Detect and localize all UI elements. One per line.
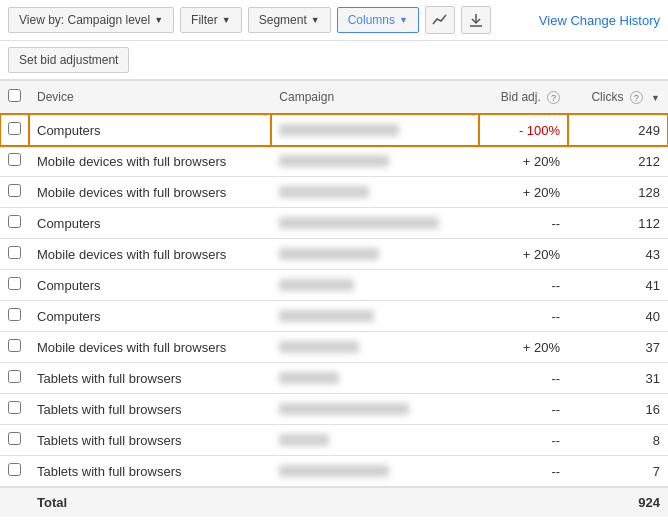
row-checkbox[interactable] [8,153,21,166]
campaign-cell [271,425,479,456]
row-checkbox[interactable] [8,184,21,197]
total-label: Total [29,487,271,517]
clicks-help-icon[interactable]: ? [630,91,643,104]
bid-adj-cell: + 20% [479,332,568,363]
campaign-cell [271,114,479,146]
table-row: Tablets with full browsers--7 [0,456,668,488]
table-row: Mobile devices with full browsers+ 20%21… [0,146,668,177]
bid-adj-cell: + 20% [479,146,568,177]
bid-adj-cell: -- [479,456,568,488]
columns-button[interactable]: Columns ▼ [337,7,419,33]
bid-adj-cell: -- [479,425,568,456]
device-cell: Computers [29,114,271,146]
clicks-cell: 128 [568,177,668,208]
chart-icon-button[interactable] [425,6,455,34]
view-by-arrow-icon: ▼ [154,15,163,25]
table-row: Mobile devices with full browsers+ 20%37 [0,332,668,363]
line-chart-icon [432,13,448,27]
segment-label: Segment [259,13,307,27]
device-header: Device [29,81,271,115]
row-checkbox-cell[interactable] [0,363,29,394]
clicks-cell: 37 [568,332,668,363]
row-checkbox[interactable] [8,370,21,383]
columns-arrow-icon: ▼ [399,15,408,25]
row-checkbox-cell[interactable] [0,114,29,146]
table-row: Tablets with full browsers--31 [0,363,668,394]
campaign-cell [271,177,479,208]
row-checkbox-cell[interactable] [0,425,29,456]
campaign-cell [271,270,479,301]
segment-button[interactable]: Segment ▼ [248,7,331,33]
clicks-sort-icon[interactable] [649,92,660,103]
view-by-label: View by: Campaign level [19,13,150,27]
bid-adj-cell: + 20% [479,177,568,208]
row-checkbox-cell[interactable] [0,394,29,425]
row-checkbox-cell[interactable] [0,177,29,208]
clicks-cell: 40 [568,301,668,332]
bid-adj-help-icon[interactable]: ? [547,91,560,104]
view-by-button[interactable]: View by: Campaign level ▼ [8,7,174,33]
row-checkbox-cell[interactable] [0,301,29,332]
campaign-cell [271,146,479,177]
bid-adj-cell: - 100% [479,114,568,146]
clicks-cell: 7 [568,456,668,488]
segment-arrow-icon: ▼ [311,15,320,25]
row-checkbox-cell[interactable] [0,208,29,239]
campaign-cell [271,456,479,488]
table-row: Mobile devices with full browsers+ 20%12… [0,177,668,208]
campaign-cell [271,394,479,425]
table-row: Computers- 100%249 [0,114,668,146]
device-cell: Computers [29,270,271,301]
row-checkbox[interactable] [8,215,21,228]
row-checkbox-cell[interactable] [0,146,29,177]
clicks-cell: 31 [568,363,668,394]
row-checkbox-cell[interactable] [0,456,29,488]
set-bid-adjustment-button[interactable]: Set bid adjustment [8,47,129,73]
bid-adj-header: Bid adj. ? [479,81,568,115]
device-cell: Mobile devices with full browsers [29,332,271,363]
select-all-checkbox[interactable] [8,89,21,102]
download-icon-button[interactable] [461,6,491,34]
bid-adj-cell: -- [479,270,568,301]
select-all-header[interactable] [0,81,29,115]
device-cell: Tablets with full browsers [29,425,271,456]
clicks-cell: 41 [568,270,668,301]
view-change-history-link[interactable]: View Change History [539,13,660,28]
row-checkbox-cell[interactable] [0,239,29,270]
total-campaign-cell [271,487,479,517]
bid-adj-cell: + 20% [479,239,568,270]
campaign-cell [271,239,479,270]
table-row: Computers--112 [0,208,668,239]
total-bid-adj-cell [479,487,568,517]
clicks-cell: 43 [568,239,668,270]
device-cell: Mobile devices with full browsers [29,177,271,208]
download-icon [469,13,483,27]
row-checkbox[interactable] [8,122,21,135]
device-cell: Mobile devices with full browsers [29,146,271,177]
device-cell: Computers [29,301,271,332]
row-checkbox[interactable] [8,339,21,352]
clicks-cell: 16 [568,394,668,425]
row-checkbox[interactable] [8,401,21,414]
row-checkbox[interactable] [8,432,21,445]
row-checkbox-cell[interactable] [0,270,29,301]
filter-button[interactable]: Filter ▼ [180,7,242,33]
bid-adj-cell: -- [479,363,568,394]
table-row: Computers--41 [0,270,668,301]
row-checkbox[interactable] [8,308,21,321]
device-cell: Tablets with full browsers [29,456,271,488]
toolbar-row1: View by: Campaign level ▼ Filter ▼ Segme… [0,0,668,41]
campaign-header: Campaign [271,81,479,115]
columns-label: Columns [348,13,395,27]
bid-adj-cell: -- [479,301,568,332]
bid-adj-cell: -- [479,208,568,239]
device-cell: Mobile devices with full browsers [29,239,271,270]
row-checkbox[interactable] [8,277,21,290]
total-clicks: 924 [568,487,668,517]
campaign-cell [271,301,479,332]
row-checkbox[interactable] [8,246,21,259]
table-row: Tablets with full browsers--16 [0,394,668,425]
total-row: Total 924 [0,487,668,517]
row-checkbox[interactable] [8,463,21,476]
row-checkbox-cell[interactable] [0,332,29,363]
